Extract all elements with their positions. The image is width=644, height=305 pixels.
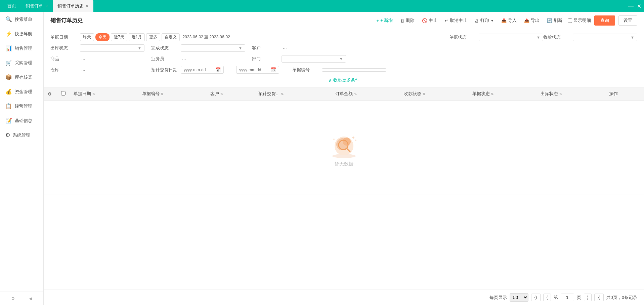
sidebar-item-inventory[interactable]: 📦 库存核算 — [0, 70, 43, 84]
window-minimize[interactable]: — — [628, 3, 634, 9]
query-button[interactable]: 查询 — [594, 15, 615, 26]
sidebar-item-inventory-label: 库存核算 — [15, 74, 32, 80]
th-delivery-label: 预计交货... — [258, 91, 280, 96]
sidebar-item-basic-info[interactable]: 📝 基础信息 — [0, 113, 43, 128]
export-button[interactable]: 📤 导出 — [522, 16, 542, 25]
stop-label: 中止 — [429, 17, 437, 24]
receipt-status-label: 收款状态 — [543, 34, 570, 40]
order-no-input[interactable] — [322, 68, 386, 72]
page-next-button[interactable]: ⟩ — [584, 294, 592, 301]
svg-point-6 — [352, 137, 354, 139]
th-doc-status[interactable]: 单据状态 ⇅ — [468, 87, 537, 101]
page-prev-button[interactable]: ⟨ — [543, 294, 551, 301]
complete-arrow-icon: ▼ — [239, 46, 242, 50]
cancel-stop-button[interactable]: ↩ 取消中止 — [443, 16, 469, 25]
tab-sales-order-history[interactable]: 销售订单历史 ✕ — [53, 0, 93, 12]
delivery-date-label: 预计交货日期 — [151, 67, 178, 73]
customer-picker[interactable]: ··· — [282, 45, 288, 51]
product-picker[interactable]: ··· — [80, 56, 87, 62]
sidebar-item-sales[interactable]: 📊 销售管理 — [0, 41, 43, 55]
th-outbound-status[interactable]: 出库状态 ⇅ — [536, 87, 605, 101]
delivery-end-input[interactable] — [239, 68, 269, 72]
stop-button[interactable]: 🚫 中止 — [420, 16, 439, 25]
filter-row-4: 仓库 ··· 预计交货日期 📅 — 📅 单据编号 — [50, 66, 637, 74]
data-table: ⚙ 单据日期 ⇅ 单据编号 ⇅ 客户 ⇅ — [44, 87, 644, 194]
th-receipt-status[interactable]: 收款状态 ⇅ — [400, 87, 468, 101]
sidebar-settings-icon[interactable]: ⚙ — [11, 296, 15, 301]
calendar-end-icon[interactable]: 📅 — [271, 67, 276, 72]
delete-button[interactable]: 🗑 删除 — [398, 16, 417, 25]
sidebar-item-purchase[interactable]: 🛒 采购管理 — [0, 55, 43, 70]
pagination: 每页显示 50 10 20 100 ⟨⟨ ⟨ 第 页 ⟩ ⟩⟩ 共0页，0条记录 — [44, 290, 644, 305]
th-delivery-sort-icon: ⇅ — [281, 92, 284, 96]
date-btn-7days[interactable]: 近7天 — [111, 33, 127, 41]
refresh-button[interactable]: 🔄 刷新 — [545, 16, 564, 25]
purchase-icon: 🛒 — [5, 60, 12, 66]
th-no[interactable]: 单据编号 ⇅ — [138, 87, 207, 101]
total-text: 共0页，0条记录 — [606, 295, 637, 301]
settings-button[interactable]: 设置 — [618, 15, 637, 26]
th-customer-label: 客户 — [210, 91, 219, 96]
th-amount[interactable]: 订单金额 ⇅ — [331, 87, 400, 101]
dept-select[interactable]: ▼ — [282, 55, 346, 63]
filter-col-order-no: 单据编号 — [292, 67, 386, 73]
th-customer[interactable]: 客户 ⇅ — [206, 87, 254, 101]
status-label: 单据状态 — [449, 34, 476, 40]
sidebar-item-operations[interactable]: 📋 经营管理 — [0, 99, 43, 113]
sidebar-item-search-menu[interactable]: 🔍 搜索菜单 — [0, 12, 43, 27]
complete-select[interactable]: ▼ — [181, 44, 245, 52]
window-close[interactable]: ✕ — [637, 3, 641, 9]
tab-sales-order-history-close[interactable]: ✕ — [86, 4, 89, 8]
date-btn-today[interactable]: 今天 — [95, 33, 110, 41]
delivery-start-input[interactable] — [184, 68, 214, 72]
date-btn-more[interactable]: 更多 — [146, 33, 160, 41]
sidebar-item-finance-label: 资金管理 — [15, 89, 32, 95]
date-btn-1month[interactable]: 近1月 — [129, 33, 145, 41]
display-detail-checkbox[interactable] — [568, 18, 572, 23]
select-all-checkbox[interactable] — [61, 91, 66, 96]
print-button[interactable]: 🖨 打印 ▼ — [473, 16, 496, 25]
sidebar-item-system[interactable]: ⚙ 系统管理 — [0, 128, 43, 142]
quick-nav-icon: ⚡ — [5, 31, 12, 37]
page-first-button[interactable]: ⟨⟨ — [531, 294, 541, 301]
page-last-button[interactable]: ⟩⟩ — [594, 294, 604, 301]
page-number-input[interactable] — [561, 294, 574, 301]
import-button[interactable]: 📥 导入 — [499, 16, 519, 25]
search-menu-icon: 🔍 — [5, 16, 12, 23]
outbound-select[interactable]: ▼ — [80, 44, 144, 52]
page-number-prefix: 第 — [554, 295, 558, 301]
sidebar-item-quick-nav[interactable]: ⚡ 快捷导航 — [0, 27, 43, 41]
import-icon: 📥 — [501, 18, 507, 23]
delivery-end-wrap: 📅 — [236, 66, 279, 74]
sidebar-collapse-icon[interactable]: ◀ — [29, 296, 32, 301]
th-delivery[interactable]: 预计交货... ⇅ — [254, 87, 331, 101]
calendar-start-icon[interactable]: 📅 — [215, 67, 221, 72]
th-date[interactable]: 单据日期 ⇅ — [70, 87, 138, 101]
th-date-sort-icon: ⇅ — [92, 92, 95, 96]
salesperson-picker[interactable]: ··· — [181, 56, 187, 62]
sidebar-item-finance[interactable]: 💰 资金管理 — [0, 84, 43, 99]
toolbar: + + 新增 🗑 删除 🚫 中止 ↩ 取消中止 🖨 打印 — [374, 15, 637, 26]
sidebar-item-quick-nav-label: 快捷导航 — [15, 31, 32, 37]
th-settings[interactable]: ⚙ — [44, 87, 57, 101]
receipt-status-select[interactable]: ▼ — [573, 34, 637, 41]
operations-icon: 📋 — [5, 103, 12, 109]
tab-sales-order-close[interactable]: ✕ — [45, 4, 48, 8]
empty-text: 暂无数据 — [335, 161, 353, 167]
tab-sales-order[interactable]: 销售订单 ✕ — [21, 0, 53, 12]
page-size-select[interactable]: 50 10 20 100 — [510, 293, 528, 302]
date-btn-yesterday[interactable]: 昨天 — [80, 33, 94, 41]
warehouse-picker[interactable]: ··· — [80, 67, 87, 73]
tab-home[interactable]: 首页 — [3, 0, 21, 12]
status-select[interactable]: ▼ — [479, 34, 543, 41]
collapse-button[interactable]: ∧ 收起更多条件 — [50, 77, 637, 83]
print-icon: 🖨 — [475, 18, 479, 23]
sidebar-item-basic-info-label: 基础信息 — [15, 118, 32, 124]
outbound-arrow-icon: ▼ — [138, 46, 141, 50]
date-btn-custom[interactable]: 自定义 — [162, 33, 180, 41]
product-label: 商品 — [50, 56, 77, 62]
th-checkbox[interactable] — [57, 87, 70, 101]
new-button[interactable]: + + 新增 — [374, 16, 395, 25]
display-detail-check[interactable]: 显示明细 — [568, 17, 591, 24]
sidebar-item-search-menu-label: 搜索菜单 — [15, 16, 32, 23]
